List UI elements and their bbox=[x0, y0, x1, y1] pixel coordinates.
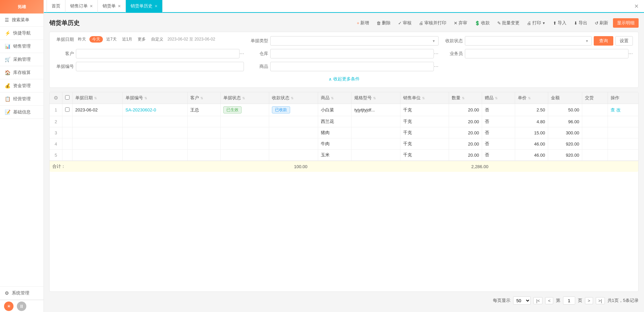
close-all-tabs[interactable]: ✕ bbox=[632, 3, 641, 9]
shortcut-1month[interactable]: 近1月 bbox=[120, 36, 135, 43]
sidebar-item-purchase-mgmt[interactable]: 🛒 采购管理 bbox=[0, 53, 44, 66]
sidebar-item-sys-mgmt[interactable]: ⚙ 系统管理 bbox=[0, 286, 44, 300]
import-button[interactable]: ⬆ 导入 bbox=[550, 19, 569, 27]
abandon-button[interactable]: ✕ 弃审 bbox=[451, 19, 470, 27]
row-action[interactable] bbox=[608, 138, 638, 150]
audit-print-button[interactable]: 🖨 审核并打印 bbox=[416, 19, 449, 27]
th-spec[interactable]: 规格型号 ⇅ bbox=[352, 92, 400, 104]
row-checkbox[interactable] bbox=[62, 150, 73, 161]
row-action[interactable] bbox=[608, 150, 638, 161]
show-detail-button[interactable]: 显示明细 bbox=[613, 18, 639, 28]
th-doc-date[interactable]: 单据日期 ⇅ bbox=[73, 92, 123, 104]
shortcut-yesterday[interactable]: 昨天 bbox=[76, 36, 88, 43]
th-pay-status[interactable]: 收款状态 ⇅ bbox=[269, 92, 318, 104]
inventory-icon: 🏠 bbox=[5, 70, 10, 75]
row-doc-no[interactable] bbox=[122, 127, 187, 138]
shortcut-today[interactable]: 今天 bbox=[89, 36, 103, 43]
chevron-up-icon: ∧ bbox=[329, 77, 332, 82]
goods-ellipsis[interactable]: ··· bbox=[434, 63, 438, 70]
bottom-btn-1[interactable]: ☀ bbox=[4, 302, 13, 311]
data-table: ⚙ 单据日期 ⇅ 单据编号 bbox=[50, 92, 638, 161]
shortcut-custom[interactable]: 自定义 bbox=[149, 36, 165, 43]
collect-button[interactable]: 💲 收款 bbox=[472, 19, 493, 27]
pay-status-select[interactable]: ▼ bbox=[465, 36, 592, 46]
new-button[interactable]: + 新增 bbox=[354, 19, 372, 27]
row-doc-no[interactable]: SA-20230602-0 bbox=[122, 104, 187, 116]
row-checkbox[interactable] bbox=[62, 138, 73, 150]
customer-input[interactable] bbox=[76, 49, 240, 58]
doc-no-link[interactable]: SA-20230602-0 bbox=[125, 107, 156, 112]
row-doc-no[interactable] bbox=[122, 150, 187, 161]
sidebar-bottom-bar: ☀ ⏸ bbox=[0, 300, 44, 312]
collapse-button[interactable]: ∧ 收起更多条件 bbox=[327, 75, 361, 83]
tab-home[interactable]: 首页 bbox=[47, 0, 65, 12]
row-action[interactable] bbox=[608, 116, 638, 127]
first-page-button[interactable]: |< bbox=[533, 297, 542, 304]
shortcut-7days[interactable]: 近7天 bbox=[104, 36, 119, 43]
sidebar-item-label: 销售管理 bbox=[13, 43, 31, 49]
tab-sales-order-close[interactable]: ✕ bbox=[90, 4, 93, 8]
audit-button[interactable]: ✓ 审核 bbox=[395, 19, 414, 27]
row-checkbox[interactable] bbox=[62, 116, 73, 127]
shortcut-more[interactable]: 更多 bbox=[136, 36, 148, 43]
view-action-button[interactable]: 查 bbox=[611, 107, 615, 113]
page-number-input[interactable] bbox=[563, 296, 575, 305]
date-range: 2023-06-02 至 2023-06-02 bbox=[167, 36, 215, 42]
salesperson-input[interactable] bbox=[465, 49, 628, 58]
sidebar-item-inventory[interactable]: 🏠 库存核算 bbox=[0, 66, 44, 79]
tab-sales-goods-history-close[interactable]: ✕ bbox=[155, 4, 158, 8]
row-checkbox[interactable] bbox=[62, 127, 73, 138]
refresh-button[interactable]: ↺ 刷新 bbox=[592, 19, 611, 27]
row-doc-no[interactable] bbox=[122, 138, 187, 150]
th-goods[interactable]: 商品 ⇅ bbox=[318, 92, 352, 104]
row-action[interactable] bbox=[608, 127, 638, 138]
th-doc-no[interactable]: 单据编号 ⇅ bbox=[122, 92, 187, 104]
batch-change-button[interactable]: ✎ 批量变更 bbox=[495, 19, 522, 27]
edit-action-button[interactable]: 改 bbox=[616, 107, 621, 113]
settings-button[interactable]: 设置 bbox=[615, 36, 633, 46]
customer-ellipsis[interactable]: ··· bbox=[240, 51, 244, 57]
th-unit-price[interactable]: 单价 ⇅ bbox=[515, 92, 548, 104]
warehouse-ellipsis[interactable]: ··· bbox=[434, 51, 438, 57]
per-page-select[interactable]: 50 100 200 bbox=[513, 296, 531, 305]
th-quantity[interactable]: 数量 ⇅ bbox=[449, 92, 482, 104]
export-button[interactable]: ⬇ 导出 bbox=[571, 19, 590, 27]
salesperson-ellipsis[interactable]: ··· bbox=[628, 51, 633, 57]
doc-no-input[interactable] bbox=[76, 62, 244, 71]
last-page-button[interactable]: >| bbox=[596, 297, 605, 304]
sidebar-item-sales-mgmt[interactable]: 📊 销售管理 bbox=[0, 40, 44, 53]
select-all-checkbox[interactable] bbox=[65, 95, 69, 100]
bottom-btn-2[interactable]: ⏸ bbox=[17, 302, 26, 311]
gear-icon[interactable]: ⚙ bbox=[52, 94, 59, 101]
row-action[interactable]: 查改 bbox=[608, 104, 638, 116]
tab-sales-goods-close[interactable]: ✕ bbox=[118, 4, 121, 8]
th-doc-status[interactable]: 单据状态 ⇅ bbox=[221, 92, 269, 104]
tab-sales-order[interactable]: 销售订单 ✕ bbox=[65, 0, 98, 12]
tab-sales-goods[interactable]: 销货单 ✕ bbox=[98, 0, 126, 12]
tab-sales-goods-history[interactable]: 销货单历史 ✕ bbox=[126, 0, 163, 12]
sidebar-item-finance-mgmt[interactable]: 💰 资金管理 bbox=[0, 79, 44, 93]
sidebar-item-search-menu[interactable]: ☰ 搜索菜单 bbox=[0, 14, 44, 27]
sys-mgmt-icon: ⚙ bbox=[5, 290, 9, 296]
th-sales-unit[interactable]: 销售单位 ⇅ bbox=[400, 92, 449, 104]
row-checkbox-input[interactable] bbox=[65, 107, 69, 112]
row-pay-status bbox=[269, 138, 318, 150]
prev-page-button[interactable]: < bbox=[545, 297, 553, 304]
print-button[interactable]: 🖨 打印 ▼ bbox=[524, 19, 548, 27]
sidebar-item-quick-nav[interactable]: ⚡ 快捷导航 bbox=[0, 27, 44, 40]
sidebar-item-basic-info[interactable]: 📝 基础信息 bbox=[0, 106, 44, 119]
th-gift[interactable]: 赠品 ⇅ bbox=[482, 92, 515, 104]
goods-input[interactable] bbox=[270, 62, 434, 71]
print-label: 打印 bbox=[532, 20, 541, 26]
query-button[interactable]: 查询 bbox=[594, 36, 613, 46]
delete-button[interactable]: 🗑 删除 bbox=[374, 19, 393, 27]
purchase-mgmt-icon: 🛒 bbox=[5, 57, 10, 62]
th-customer[interactable]: 客户 ⇅ bbox=[188, 92, 221, 104]
row-doc-no[interactable] bbox=[122, 116, 187, 127]
row-checkbox[interactable] bbox=[62, 104, 73, 116]
sidebar-item-operations-mgmt[interactable]: 📋 经营管理 bbox=[0, 93, 44, 106]
doc-type-select[interactable]: ▼ bbox=[270, 36, 438, 46]
warehouse-input[interactable] bbox=[270, 49, 434, 58]
next-page-button[interactable]: > bbox=[585, 297, 593, 304]
audit-print-label: 审核并打印 bbox=[424, 20, 446, 26]
